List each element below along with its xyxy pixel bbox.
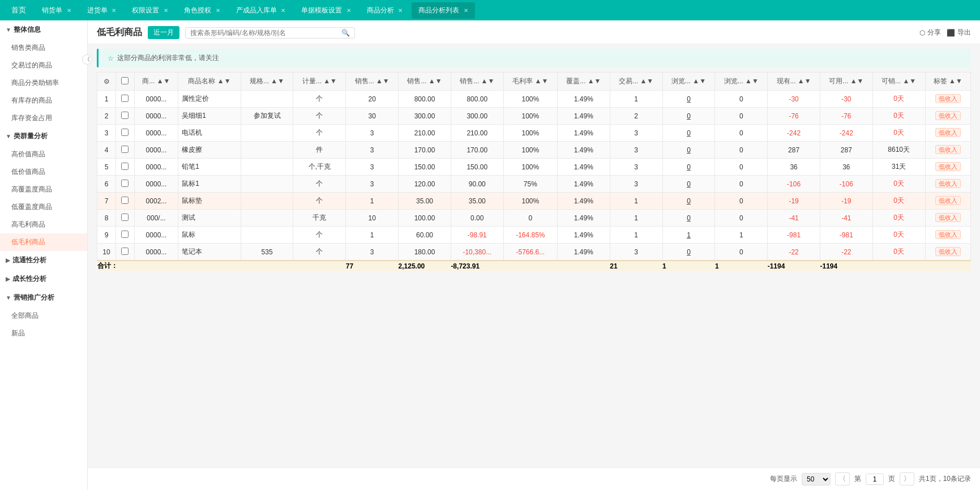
close-product-entry-icon[interactable]: ✕ [281,7,285,14]
sidebar-group-circulation[interactable]: ▶ 流通性分析 [0,251,87,270]
col-checkbox[interactable] [116,73,135,91]
nav-item-analysis-list[interactable]: 商品分析列表 ✕ [412,2,475,19]
sidebar-item-low-profit[interactable]: 低毛利商品 [0,233,87,251]
row-view1[interactable]: 0 [662,142,715,159]
close-role-icon[interactable]: ✕ [216,7,220,14]
close-purchase-icon[interactable]: ✕ [112,7,116,14]
nav-item-template[interactable]: 单据模板设置 ✕ [294,2,358,19]
sidebar-item-traded-goods[interactable]: 交易过的商品 [0,57,87,74]
col-current[interactable]: 现有... ▲▼ [768,73,820,91]
share-button[interactable]: ⬡ 分享 [919,28,941,37]
sidebar-item-category-rate[interactable]: 商品分类助销率 [0,74,87,92]
sidebar-item-low-coverage[interactable]: 低覆盖度商品 [0,198,87,216]
col-tag[interactable]: 标签 ▲▼ [925,73,970,91]
row-checkbox[interactable] [116,125,135,142]
row-checkbox[interactable] [116,227,135,244]
prev-page-button[interactable]: 〈 [835,472,850,485]
row-view1[interactable]: 0 [662,91,715,108]
row-view1[interactable]: 0 [662,108,715,125]
col-code[interactable]: 商... ▲▼ [134,73,178,91]
period-button[interactable]: 近一月 [148,26,179,39]
sidebar-group-cluster[interactable]: ▼ 类群量分析 [0,127,87,146]
row-checkbox[interactable] [116,142,135,159]
nav-item-home[interactable]: 首页 [5,2,33,19]
sidebar-item-high-coverage[interactable]: 高覆盖度商品 [0,181,87,198]
row-view1[interactable]: 1 [662,227,715,244]
search-icon[interactable]: 🔍 [341,29,350,37]
row-unit: 个 [293,108,346,125]
row-code: 000/... [134,210,178,227]
search-input[interactable] [190,29,339,37]
row-view1[interactable]: 0 [662,193,715,210]
sidebar-item-high-profit[interactable]: 高毛利商品 [0,216,87,233]
row-select-checkbox[interactable] [121,129,129,136]
close-template-icon[interactable]: ✕ [346,7,351,14]
row-select-checkbox[interactable] [121,146,129,153]
sidebar-item-sales-goods[interactable]: 销售类商品 [0,39,87,57]
sidebar-item-new-goods[interactable]: 新品 [0,325,87,342]
row-select-checkbox[interactable] [121,163,129,170]
col-saleable[interactable]: 可销... ▲▼ [872,73,925,91]
row-no: 1 [97,91,116,108]
sidebar-item-stock-goods[interactable]: 有库存的商品 [0,92,87,109]
nav-item-purchase[interactable]: 进货单 ✕ [80,2,123,19]
row-view1[interactable]: 0 [662,125,715,142]
col-qty[interactable]: 销售... ▲▼ [346,73,399,91]
col-settings[interactable]: ⚙ [97,73,116,91]
row-view1[interactable]: 0 [662,244,715,261]
col-available[interactable]: 可用... ▲▼ [820,73,872,91]
col-unit[interactable]: 计量... ▲▼ [293,73,346,91]
row-checkbox[interactable] [116,244,135,261]
sidebar-item-low-value[interactable]: 低价值商品 [0,163,87,181]
row-checkbox[interactable] [116,91,135,108]
sidebar-item-stock-capital[interactable]: 库存资金占用 [0,109,87,127]
nav-item-role[interactable]: 角色授权 ✕ [177,2,227,19]
col-gross-margin[interactable]: 毛利率 ▲▼ [503,73,557,91]
sidebar-group-marketing[interactable]: ▼ 营销推广分析 [0,288,87,307]
col-coverage[interactable]: 覆盖... ▲▼ [557,73,610,91]
col-view1[interactable]: 浏览... ▲▼ [662,73,715,91]
row-checkbox[interactable] [116,159,135,176]
row-select-checkbox[interactable] [121,95,129,102]
row-select-checkbox[interactable] [121,112,129,119]
col-name[interactable]: 商品名称 ▲▼ [178,73,241,91]
row-checkbox[interactable] [116,108,135,125]
close-sales-icon[interactable]: ✕ [67,7,71,14]
col-spec[interactable]: 规格... ▲▼ [241,73,293,91]
sidebar-group-growth[interactable]: ▶ 成长性分析 [0,270,87,288]
select-all-checkbox[interactable] [121,77,129,84]
row-select-checkbox[interactable] [121,248,129,255]
footer-saleable [872,261,925,271]
next-page-button[interactable]: 〉 [900,472,914,485]
row-select-checkbox[interactable] [121,180,129,187]
nav-item-analysis[interactable]: 商品分析 ✕ [360,2,410,19]
row-view1[interactable]: 0 [662,210,715,227]
row-spec: 参加复试 [241,108,293,125]
sidebar-item-high-value[interactable]: 高价值商品 [0,146,87,163]
row-checkbox[interactable] [116,193,135,210]
nav-item-sales[interactable]: 销货单 ✕ [35,2,78,19]
row-select-checkbox[interactable] [121,197,129,204]
row-no: 10 [97,244,116,261]
nav-item-product-entry[interactable]: 产成品入库单 ✕ [229,2,293,19]
close-analysis-icon[interactable]: ✕ [398,7,403,14]
sidebar-item-all-goods[interactable]: 全部商品 [0,307,87,325]
sidebar-group-overall[interactable]: ▼ 整体信息 [0,20,87,39]
per-page-select[interactable]: 50 100 200 [802,473,831,485]
row-view1[interactable]: 0 [662,159,715,176]
col-amount[interactable]: 销售... ▲▼ [399,73,451,91]
row-select-checkbox[interactable] [121,214,129,221]
row-checkbox[interactable] [116,210,135,227]
nav-item-permission[interactable]: 权限设置 ✕ [125,2,175,19]
col-view2[interactable]: 浏览... ▲▼ [715,73,768,91]
page-input[interactable] [866,474,884,485]
row-select-checkbox[interactable] [121,231,129,238]
row-checkbox[interactable] [116,176,135,193]
close-analysis-list-icon[interactable]: ✕ [464,7,468,14]
export-button[interactable]: ⬛ 导出 [947,28,971,37]
col-trade[interactable]: 交易... ▲▼ [610,73,662,91]
col-profit[interactable]: 销售... ▲▼ [451,73,503,91]
row-view1[interactable]: 0 [662,176,715,193]
sidebar-collapse-button[interactable]: 《 [82,54,92,65]
close-permission-icon[interactable]: ✕ [164,7,168,14]
